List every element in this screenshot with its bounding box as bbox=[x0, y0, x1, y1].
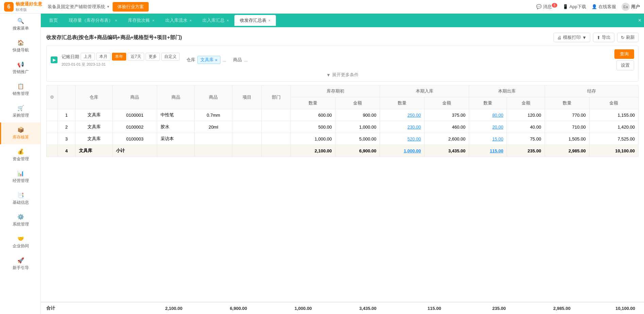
row2-in-qty-link[interactable]: 230.00 bbox=[408, 125, 421, 130]
table-gear-icon[interactable]: ⚙ bbox=[50, 95, 54, 100]
trial-button[interactable]: 体验行业方案 bbox=[113, 2, 149, 12]
sidebar-item-operations[interactable]: 📊 经营管理 bbox=[0, 166, 40, 188]
messages-action[interactable]: 💬 消息 6 bbox=[536, 4, 557, 10]
goods-ellipsis[interactable]: ... bbox=[244, 57, 248, 63]
sidebar-label-search: 搜索菜单 bbox=[13, 26, 29, 31]
date-btn-this-month[interactable]: 本月 bbox=[96, 53, 111, 61]
settings-button[interactable]: 设置 bbox=[616, 60, 634, 70]
sidebar-item-purchase[interactable]: 🛒 采购管理 bbox=[0, 101, 40, 122]
sidebar-label-quick-nav: 快捷导航 bbox=[13, 47, 29, 53]
row1-settings bbox=[47, 109, 58, 121]
tab-home[interactable]: 首页 bbox=[44, 15, 63, 26]
tab-recv-send-summary-close[interactable]: × bbox=[268, 19, 270, 22]
subtotal-bal-qty: 2,985.00 bbox=[545, 145, 589, 157]
export-button[interactable]: ⬆ 导出 bbox=[593, 33, 614, 42]
row1-in-qty-link[interactable]: 250.00 bbox=[408, 113, 421, 118]
sidebar-item-search[interactable]: 🔍 搜索菜单 bbox=[0, 14, 40, 35]
subtotal-open-amt: 6,900.00 bbox=[335, 145, 380, 157]
warehouse-label: 仓库 bbox=[186, 57, 195, 63]
row3-out-qty-link[interactable]: 15.00 bbox=[492, 136, 503, 142]
row2-out-qty-link[interactable]: 20.00 bbox=[492, 125, 503, 130]
sidebar-item-sales[interactable]: 📋 销售管理 bbox=[0, 79, 40, 101]
date-btn-custom[interactable]: 自定义 bbox=[161, 53, 180, 61]
sidebar-item-finance[interactable]: 💰 资金管理 bbox=[0, 144, 40, 166]
sidebar-item-beginner[interactable]: 🚀 新手引导 bbox=[0, 253, 40, 275]
subtotal-bal-amt: 10,100.00 bbox=[589, 145, 638, 157]
tab-inout-flow-close[interactable]: × bbox=[189, 19, 192, 22]
tab-batch-account-close[interactable]: × bbox=[152, 19, 154, 22]
row2-goods-name: 胶水 bbox=[157, 121, 195, 133]
row2-goods-spec: 20ml bbox=[195, 121, 232, 133]
date-btn-last-month[interactable]: 上月 bbox=[81, 53, 95, 61]
expand-label: 展开更多条件 bbox=[332, 72, 359, 78]
tab-inout-summary-close[interactable]: × bbox=[227, 19, 229, 22]
sidebar: 🔍 搜索菜单 🏠 快捷导航 📢 营销推广 📋 销售管理 🛒 采购管理 📦 库存核… bbox=[0, 14, 41, 314]
messages-badge: 6 bbox=[552, 3, 557, 7]
sidebar-item-inventory[interactable]: 📦 库存核算 bbox=[0, 122, 40, 144]
system-icon: ⚙️ bbox=[17, 214, 24, 220]
row1-out-qty-link[interactable]: 80.00 bbox=[492, 113, 503, 118]
app-download-action[interactable]: 📱 App下载 bbox=[563, 4, 586, 10]
row1-out-qty: 80.00 bbox=[469, 109, 507, 121]
warehouse-tag-remove[interactable]: × bbox=[215, 57, 218, 63]
online-service-action[interactable]: 👤 在线客服 bbox=[592, 4, 616, 10]
row1-open-amt: 900.00 bbox=[335, 109, 380, 121]
tab-inout-summary[interactable]: 出入库汇总 × bbox=[197, 15, 234, 26]
user-area[interactable]: Ea 用户 bbox=[622, 3, 640, 11]
row3-in-qty-link[interactable]: 520.00 bbox=[408, 136, 421, 142]
sidebar-label-beginner: 新手引导 bbox=[13, 265, 29, 271]
tab-inout-flow[interactable]: 出入库流水 × bbox=[160, 15, 197, 26]
service-icon: 👤 bbox=[592, 4, 597, 9]
sidebar-item-basic-info[interactable]: 📑 基础信息 bbox=[0, 188, 40, 210]
row1-in-amt: 375.00 bbox=[425, 109, 469, 121]
query-button[interactable]: 查询 bbox=[614, 49, 634, 59]
tab-inventory-dist-label: 现存量（库存分布表） bbox=[69, 17, 113, 23]
date-btn-more[interactable]: 更多 bbox=[146, 53, 160, 61]
total-out-amt: 235.00 bbox=[445, 306, 509, 311]
tab-batch-account[interactable]: 库存批次账 × bbox=[122, 15, 160, 26]
table-row: 3 文具库 0100003 采访本 1,000.00 5,000.00 520.… bbox=[47, 133, 639, 145]
row1-bal-qty: 770.00 bbox=[545, 109, 589, 121]
expand-more-btn[interactable]: ▼ 展开更多条件 bbox=[51, 72, 634, 78]
subtotal-in-amt: 3,435.00 bbox=[425, 145, 469, 157]
sidebar-item-marketing[interactable]: 📢 营销推广 bbox=[0, 57, 40, 79]
print-button[interactable]: 🖨 模板打印 ▼ bbox=[554, 33, 590, 42]
total-open-amt: 6,900.00 bbox=[186, 306, 250, 311]
col-header-warehouse: 仓库 bbox=[75, 85, 113, 109]
col-group-opening: 库存期初 bbox=[291, 85, 380, 97]
refresh-icon: ↻ bbox=[621, 35, 625, 40]
filter-container: ▶ 记账日期 上月 本月 本年 近7天 更多 bbox=[46, 46, 639, 82]
col-group-in: 本期入库 bbox=[380, 85, 469, 97]
sidebar-label-finance: 资金管理 bbox=[13, 156, 29, 162]
date-btn-this-year[interactable]: 本年 bbox=[112, 53, 126, 61]
print-label: 模板打印 bbox=[563, 34, 581, 40]
subtotal-in-qty-link[interactable]: 1,000.00 bbox=[404, 148, 421, 153]
tab-inventory-dist[interactable]: 现存量（库存分布表） × bbox=[63, 15, 122, 26]
beginner-icon: 🚀 bbox=[17, 257, 24, 264]
system-dropdown[interactable]: 装备及固定资产辅助管理系统 ▼ bbox=[45, 4, 110, 10]
row3-open-qty: 1,000.00 bbox=[291, 133, 335, 145]
tab-inventory-dist-close[interactable]: × bbox=[115, 19, 117, 22]
row1-goods-spec: 0.7mm bbox=[195, 109, 232, 121]
tab-home-label: 首页 bbox=[49, 17, 58, 23]
sidebar-label-operations: 经营管理 bbox=[13, 178, 29, 184]
tab-close-all[interactable]: × bbox=[638, 17, 641, 23]
warehouse-ellipsis[interactable]: ... bbox=[222, 57, 226, 63]
total-in-amt: 3,435.00 bbox=[315, 306, 380, 311]
tab-recv-send-summary[interactable]: 收发存汇总表 × bbox=[234, 15, 276, 26]
table-settings-col[interactable]: ⚙ bbox=[47, 85, 58, 109]
sub-header-out-qty: 数量 bbox=[469, 97, 507, 109]
refresh-button[interactable]: ↻ 刷新 bbox=[617, 33, 639, 42]
row3-bal-qty: 1,505.00 bbox=[545, 133, 589, 145]
row2-warehouse: 文具库 bbox=[75, 121, 113, 133]
sidebar-item-enterprise[interactable]: 🤝 企业协同 bbox=[0, 231, 40, 253]
date-btn-7days[interactable]: 近7天 bbox=[128, 53, 144, 61]
sidebar-item-quick-nav[interactable]: 🏠 快捷导航 bbox=[0, 35, 40, 57]
sales-icon: 📋 bbox=[17, 83, 24, 89]
row1-open-qty: 600.00 bbox=[291, 109, 335, 121]
sidebar-item-system[interactable]: ⚙️ 系统管理 bbox=[0, 210, 40, 231]
date-range-display: 2023-01-01 至 2023-12-31 bbox=[62, 62, 180, 67]
subtotal-out-qty-link[interactable]: 115.00 bbox=[490, 148, 503, 153]
filter-arrow-icon[interactable]: ▶ bbox=[51, 56, 57, 63]
purchase-icon: 🛒 bbox=[17, 105, 24, 111]
